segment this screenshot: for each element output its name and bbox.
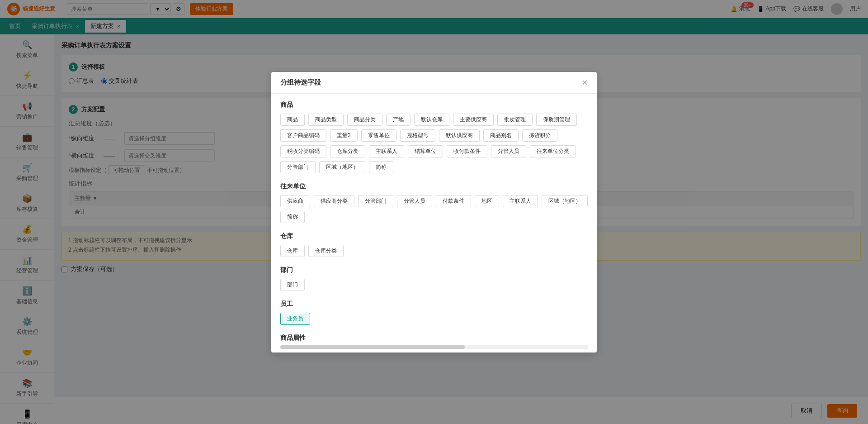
field-tag-supplier[interactable]: 供应商 [280,195,310,207]
field-grid-employee: 业务员 [280,313,588,325]
field-tag-supplier-category[interactable]: 供应商分类 [314,195,354,207]
field-grid-counterpart: 供应商 供应商分类 分管部门 分管人员 付款条件 地区 主联系人 区域（地区） … [280,195,588,223]
field-section-product-attr: 商品属性 属性 颜色 多规格 尺码 鞋码 1 [280,334,588,343]
field-tag-main-contact[interactable]: 主联系人 [369,145,404,157]
field-tag-warehouse-cat[interactable]: 仓库分类 [308,245,344,257]
field-tag-region2[interactable]: 区域（地区） [542,195,588,207]
field-tag-warehouse-category[interactable]: 仓库分类 [330,145,365,157]
modal-close-button[interactable]: ✕ [582,78,588,87]
field-section-counterpart-title: 往来单位 [280,182,588,191]
field-tag-product-alias[interactable]: 商品别名 [483,129,519,142]
field-tag-salesperson[interactable]: 业务员 [280,313,310,325]
field-tag-abbr-product[interactable]: 简称 [369,161,393,173]
field-section-employee-title: 员工 [280,300,588,308]
field-tag-region-product[interactable]: 区域（地区） [319,161,365,173]
field-tag-payment-terms[interactable]: 收付款条件 [447,145,487,157]
field-grid-warehouse: 仓库 仓库分类 [280,245,588,257]
field-section-warehouse-title: 仓库 [280,232,588,240]
field-tag-payment-cond[interactable]: 付款条件 [436,195,471,207]
field-section-warehouse: 仓库 仓库 仓库分类 [280,232,588,257]
field-section-dept: 部门 部门 [280,266,588,291]
field-tag-dept2[interactable]: 分管部门 [358,195,393,207]
field-section-employee: 员工 业务员 [280,300,588,325]
field-tag-product[interactable]: 商品 [280,114,305,126]
field-tag-product-type[interactable]: 商品类型 [308,114,344,126]
field-tag-customer-code[interactable]: 客户商品编码 [280,129,326,142]
modal-title: 分组待选字段 [280,78,321,87]
field-tag-counterpart-category[interactable]: 往来单位分类 [530,145,576,157]
field-tag-shelf-life[interactable]: 保质期管理 [536,114,577,126]
modal-dialog: 分组待选字段 ✕ 商品 商品 商品类型 商品分类 产地 默认仓库 主要供应商 批… [271,72,597,353]
field-tag-weight3[interactable]: 重量3 [330,129,358,142]
field-tag-main-supplier[interactable]: 主要供应商 [453,114,494,126]
field-tag-main-contact2[interactable]: 主联系人 [503,195,538,207]
field-tag-supervisor[interactable]: 分管人员 [491,145,526,157]
field-tag-abbr2[interactable]: 简称 [280,211,305,223]
field-tag-tax-code[interactable]: 税收分类编码 [280,145,326,157]
field-section-dept-title: 部门 [280,266,588,274]
field-grid-dept: 部门 [280,279,588,291]
field-tag-batch-mgmt[interactable]: 批次管理 [497,114,533,126]
field-tag-dept[interactable]: 分管部门 [280,161,316,173]
modal-hscroll[interactable] [280,345,588,349]
field-tag-department[interactable]: 部门 [280,279,305,291]
field-grid-product: 商品 商品类型 商品分类 产地 默认仓库 主要供应商 批次管理 保质期管理 客户… [280,114,588,173]
field-tag-default-supplier[interactable]: 默认供应商 [439,129,480,142]
field-tag-spec-model[interactable]: 规格型号 [400,129,435,142]
field-tag-pick-points[interactable]: 拣货积分 [522,129,557,142]
field-section-product: 商品 商品 商品类型 商品分类 产地 默认仓库 主要供应商 批次管理 保质期管理… [280,101,588,173]
field-tag-settlement-unit[interactable]: 结算单位 [408,145,443,157]
field-tag-default-warehouse[interactable]: 默认仓库 [414,114,449,126]
field-section-product-attr-title: 商品属性 [280,334,588,342]
modal-overlay[interactable]: 分组待选字段 ✕ 商品 商品 商品类型 商品分类 产地 默认仓库 主要供应商 批… [0,0,868,424]
field-section-product-title: 商品 [280,101,588,109]
field-tag-area[interactable]: 地区 [475,195,499,207]
field-tag-supervisor2[interactable]: 分管人员 [397,195,432,207]
field-section-counterpart: 往来单位 供应商 供应商分类 分管部门 分管人员 付款条件 地区 主联系人 区域… [280,182,588,223]
modal-hscroll-thumb[interactable] [280,345,465,349]
modal-body: 商品 商品 商品类型 商品分类 产地 默认仓库 主要供应商 批次管理 保质期管理… [271,94,597,343]
field-tag-origin[interactable]: 产地 [386,114,410,126]
field-tag-warehouse[interactable]: 仓库 [280,245,305,257]
field-tag-retail-unit[interactable]: 零售单位 [361,129,396,142]
modal-header: 分组待选字段 ✕ [271,72,597,94]
field-tag-product-category[interactable]: 商品分类 [347,114,382,126]
